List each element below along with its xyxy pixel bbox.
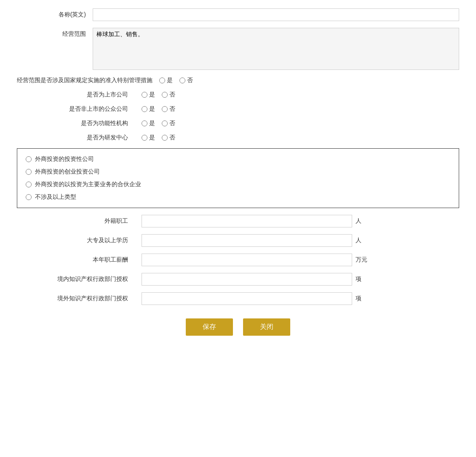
domestic-ip-unit: 项 (356, 275, 366, 283)
functional-org-row: 是否为功能性机构 是 否 (17, 120, 459, 127)
close-button[interactable]: 关闭 (243, 318, 290, 336)
button-row: 保存 关闭 (17, 318, 459, 336)
investment-type-3[interactable]: 外商投资的以投资为主要业务的合伙企业 (26, 181, 450, 188)
listed-company-yes[interactable]: 是 (142, 91, 155, 99)
functional-org-yes[interactable]: 是 (142, 120, 155, 127)
business-scope-label: 经营范围 (17, 28, 93, 38)
listed-company-label: 是否为上市公司 (17, 91, 135, 99)
rd-center-no-label[interactable]: 否 (169, 134, 175, 142)
public-unlisted-row: 是否非上市的公众公司 是 否 (17, 105, 459, 113)
public-unlisted-yes-label[interactable]: 是 (149, 105, 155, 113)
english-name-row: 各称(英文) (17, 8, 459, 21)
functional-org-yes-label[interactable]: 是 (149, 120, 155, 127)
functional-org-no-label[interactable]: 否 (169, 120, 175, 127)
investment-type-2-label[interactable]: 外商投资的创业投资公司 (35, 168, 100, 176)
foreign-workers-row: 外籍职工 人 (17, 215, 459, 227)
functional-org-radio-group: 是 否 (142, 120, 175, 127)
business-scope-row: 经营范围 棒球加工、销售。 (17, 28, 459, 70)
foreign-ip-label: 境外知识产权行政部门授权 (17, 295, 135, 302)
foreign-ip-input[interactable] (142, 292, 352, 305)
functional-org-label: 是否为功能性机构 (17, 120, 135, 127)
special-mgmt-yes-label[interactable]: 是 (167, 77, 173, 84)
college-degree-row: 大专及以上学历 人 (17, 234, 459, 247)
english-name-input[interactable] (93, 8, 459, 21)
investment-type-1-label[interactable]: 外商投资的投资性公司 (35, 155, 94, 163)
special-mgmt-radio-group: 是 否 (159, 77, 193, 84)
foreign-workers-unit: 人 (356, 217, 366, 225)
rd-center-radio-group: 是 否 (142, 134, 175, 142)
domestic-ip-input[interactable] (142, 273, 352, 286)
foreign-ip-row: 境外知识产权行政部门授权 项 (17, 292, 459, 305)
annual-salary-row: 本年职工薪酬 万元 (17, 254, 459, 266)
public-unlisted-no-label[interactable]: 否 (169, 105, 175, 113)
public-unlisted-label: 是否非上市的公众公司 (17, 105, 135, 113)
special-mgmt-no[interactable]: 否 (179, 77, 193, 84)
annual-salary-input[interactable] (142, 254, 352, 266)
foreign-workers-label: 外籍职工 (17, 217, 135, 225)
foreign-ip-unit: 项 (356, 295, 366, 302)
functional-org-no[interactable]: 否 (162, 120, 175, 127)
investment-type-3-label[interactable]: 外商投资的以投资为主要业务的合伙企业 (35, 181, 141, 188)
public-unlisted-no[interactable]: 否 (162, 105, 175, 113)
investment-types-box: 外商投资的投资性公司 外商投资的创业投资公司 外商投资的以投资为主要业务的合伙企… (17, 148, 459, 208)
foreign-workers-input[interactable] (142, 215, 352, 227)
investment-type-2[interactable]: 外商投资的创业投资公司 (26, 168, 450, 176)
college-degree-label: 大专及以上学历 (17, 237, 135, 244)
college-degree-input[interactable] (142, 234, 352, 247)
rd-center-no[interactable]: 否 (162, 134, 175, 142)
english-name-label: 各称(英文) (17, 11, 93, 19)
rd-center-yes[interactable]: 是 (142, 134, 155, 142)
rd-center-yes-label[interactable]: 是 (149, 134, 155, 142)
rd-center-row: 是否为研发中心 是 否 (17, 134, 459, 142)
investment-type-4[interactable]: 不涉及以上类型 (26, 193, 450, 201)
investment-type-1[interactable]: 外商投资的投资性公司 (26, 155, 450, 163)
listed-company-no-label[interactable]: 否 (169, 91, 175, 99)
domestic-ip-row: 境内知识产权行政部门授权 项 (17, 273, 459, 286)
public-unlisted-yes[interactable]: 是 (142, 105, 155, 113)
form-container: 各称(英文) 经营范围 棒球加工、销售。 经营范围是否涉及国家规定实施的准入特别… (17, 8, 459, 336)
listed-company-radio-group: 是 否 (142, 91, 175, 99)
business-scope-textarea[interactable]: 棒球加工、销售。 (93, 28, 459, 70)
listed-company-row: 是否为上市公司 是 否 (17, 91, 459, 99)
listed-company-no[interactable]: 否 (162, 91, 175, 99)
special-mgmt-yes[interactable]: 是 (159, 77, 173, 84)
rd-center-label: 是否为研发中心 (17, 134, 135, 142)
annual-salary-label: 本年职工薪酬 (17, 256, 135, 264)
special-mgmt-no-label[interactable]: 否 (187, 77, 193, 84)
investment-type-4-label[interactable]: 不涉及以上类型 (35, 193, 76, 201)
college-degree-unit: 人 (356, 237, 366, 244)
public-unlisted-radio-group: 是 否 (142, 105, 175, 113)
domestic-ip-label: 境内知识产权行政部门授权 (17, 275, 135, 283)
special-mgmt-label: 经营范围是否涉及国家规定实施的准入特别管理措施 (17, 77, 159, 84)
special-mgmt-row: 经营范围是否涉及国家规定实施的准入特别管理措施 是 否 (17, 77, 459, 84)
listed-company-yes-label[interactable]: 是 (149, 91, 155, 99)
save-button[interactable]: 保存 (186, 318, 233, 336)
annual-salary-unit: 万元 (356, 256, 367, 264)
